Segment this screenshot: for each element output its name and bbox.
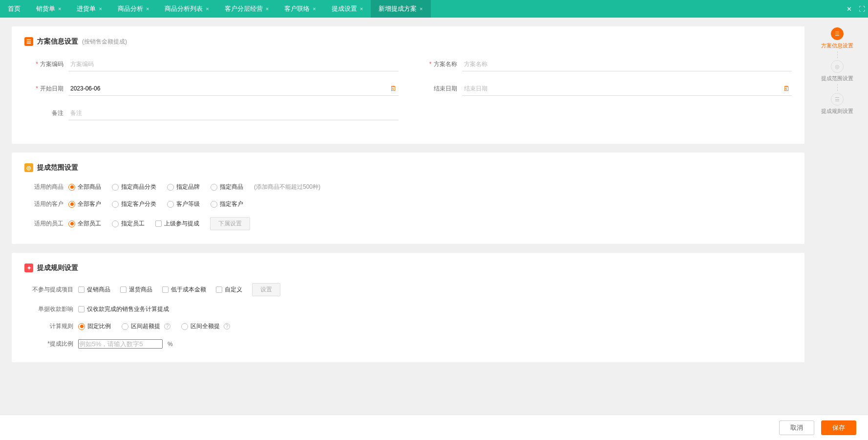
tab-item[interactable]: 商品分析×	[110, 0, 157, 18]
radio-product-brand[interactable]: 指定品牌	[167, 183, 200, 191]
tab-item[interactable]: 客户联络×	[276, 0, 323, 18]
step-icon: ◎	[831, 60, 844, 73]
radio-rule-fixed[interactable]: 固定比例	[78, 322, 111, 330]
radio-cust-cat[interactable]: 指定客户分类	[112, 200, 156, 208]
close-all-icon[interactable]: ✕	[846, 5, 852, 12]
tab-active[interactable]: 新增提成方案×	[371, 0, 430, 18]
remark-input[interactable]	[68, 106, 399, 120]
chk-return[interactable]: 退货商品	[120, 286, 152, 294]
chk-paid-only[interactable]: 仅收款完成的销售业务计算提成	[78, 305, 169, 313]
section-icon: ◎	[24, 163, 33, 172]
cancel-button[interactable]: 取消	[779, 420, 814, 435]
radio-product-all[interactable]: 全部商品	[68, 183, 101, 191]
ratio-input[interactable]	[78, 339, 163, 349]
section-title: 提成规则设置	[37, 264, 78, 272]
label-employees: 适用的员工	[24, 220, 68, 228]
tab-item[interactable]: 进货单×	[69, 0, 109, 18]
step-nav: ☰ 方案信息设置 ◎ 提成范围设置 ☰ 提成规则设置	[815, 27, 859, 115]
radio-product-cat[interactable]: 指定商品分类	[112, 183, 156, 191]
step-icon: ☰	[831, 93, 844, 106]
chk-promo[interactable]: 促销商品	[78, 286, 110, 294]
tab-item[interactable]: 商品分析列表×	[157, 0, 216, 18]
step-icon: ☰	[831, 27, 844, 40]
label-exclude: 不参与提成项目	[24, 286, 78, 294]
tab-item[interactable]: 客户分层经营×	[217, 0, 276, 18]
label-products: 适用的商品	[24, 183, 68, 191]
label-calc-rule: 计算规则	[24, 322, 78, 330]
radio-rule-excess[interactable]: 区间超额提?	[122, 322, 170, 330]
close-icon[interactable]: ×	[420, 6, 423, 12]
help-icon[interactable]: ?	[164, 323, 170, 330]
subordinate-settings-button: 下属设置	[210, 217, 250, 230]
chk-custom[interactable]: 自定义	[216, 286, 242, 294]
tab-item[interactable]: 销货单×	[28, 0, 69, 18]
custom-settings-button: 设置	[252, 283, 280, 296]
close-icon[interactable]: ×	[360, 6, 363, 12]
radio-emp-all[interactable]: 全部员工	[68, 220, 101, 228]
help-icon[interactable]: ?	[224, 323, 230, 330]
plan-name-input[interactable]	[462, 57, 792, 71]
section-plan-info: ☰ 方案信息设置 (按销售金额提成) *方案编码 *方案名称 *开始日期	[12, 26, 804, 144]
step-rules[interactable]: ☰ 提成规则设置	[821, 93, 853, 115]
close-icon[interactable]: ×	[266, 6, 269, 12]
radio-emp-spec[interactable]: 指定员工	[112, 220, 145, 228]
main-area: ☰ 方案信息设置 (按销售金额提成) *方案编码 *方案名称 *开始日期	[0, 18, 868, 415]
close-icon[interactable]: ×	[313, 6, 316, 12]
chk-superior[interactable]: 上级参与提成	[155, 220, 199, 228]
chk-below-cost[interactable]: 低于成本金额	[162, 286, 206, 294]
product-hint: (添加商品不能超过500种)	[254, 183, 320, 191]
section-rules: ✦ 提成规则设置 不参与提成项目 促销商品 退货商品 低于成本金额 自定义 设置…	[12, 253, 804, 362]
fullscreen-icon[interactable]: ⛶	[858, 5, 865, 12]
label-payment: 单据收款影响	[24, 305, 78, 313]
save-button[interactable]: 保存	[821, 420, 856, 435]
start-date-input[interactable]	[68, 81, 399, 96]
radio-cust-all[interactable]: 全部客户	[68, 200, 101, 208]
end-date-input[interactable]	[462, 81, 792, 96]
radio-cust-spec[interactable]: 指定客户	[211, 200, 243, 208]
tab-item[interactable]: 提成设置×	[324, 0, 371, 18]
plan-code-input[interactable]	[68, 57, 399, 71]
section-title: 方案信息设置	[37, 37, 78, 46]
footer-bar: 取消 保存	[0, 415, 868, 440]
tab-home[interactable]: 首页	[0, 0, 28, 18]
step-plan-info[interactable]: ☰ 方案信息设置	[821, 27, 853, 49]
ratio-unit: %	[168, 341, 173, 348]
tab-bar: 首页 销货单× 进货单× 商品分析× 商品分析列表× 客户分层经营× 客户联络×…	[0, 0, 868, 18]
section-scope: ◎ 提成范围设置 适用的商品 全部商品 指定商品分类 指定品牌 指定商品 (添加…	[12, 153, 804, 244]
section-icon: ☰	[24, 37, 33, 46]
close-icon[interactable]: ×	[58, 6, 61, 12]
step-scope[interactable]: ◎ 提成范围设置	[821, 60, 853, 82]
radio-cust-level[interactable]: 客户等级	[167, 200, 200, 208]
close-icon[interactable]: ×	[146, 6, 149, 12]
close-icon[interactable]: ×	[99, 6, 102, 12]
label-customers: 适用的客户	[24, 200, 68, 208]
section-subtitle: (按销售金额提成)	[82, 38, 127, 46]
section-title: 提成范围设置	[37, 163, 78, 172]
section-icon: ✦	[24, 264, 33, 272]
radio-product-spec[interactable]: 指定商品	[211, 183, 243, 191]
radio-rule-full[interactable]: 区间全额提?	[181, 322, 230, 330]
close-icon[interactable]: ×	[206, 6, 209, 12]
